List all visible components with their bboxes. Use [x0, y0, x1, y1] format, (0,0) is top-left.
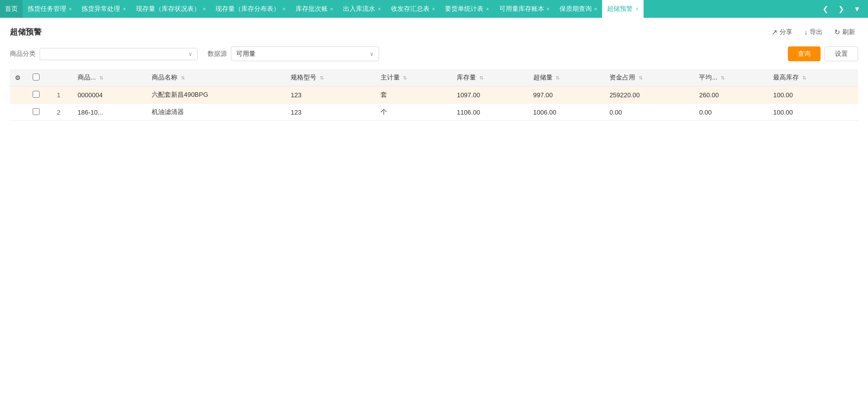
export-icon: ↓ — [804, 28, 808, 36]
th-capital-sort: ⇅ — [639, 75, 643, 80]
th-row-num — [44, 69, 73, 86]
category-select[interactable]: ∨ — [40, 48, 198, 60]
nav-stock-dist-close[interactable]: × — [282, 6, 285, 12]
nav-prev-arrow[interactable]: ❮ — [819, 0, 832, 18]
th-stock[interactable]: 库存量 ⇅ — [452, 69, 528, 86]
row-checkbox-cell[interactable] — [28, 104, 44, 121]
th-spec-sort: ⇅ — [320, 75, 324, 80]
row-stock: 1097.00 — [452, 86, 528, 104]
nav-inout-flow-close[interactable]: × — [378, 6, 381, 12]
row-avg: 260.00 — [694, 86, 768, 104]
page-title: 超储预警 — [10, 27, 42, 38]
th-avg[interactable]: 平均... ⇅ — [694, 69, 768, 86]
nav-order-stats-close[interactable]: × — [486, 6, 489, 12]
nav-inout-flow[interactable]: 出入库流水 × — [338, 0, 386, 18]
nav-recv-summary-label: 收发存汇总表 — [391, 4, 430, 13]
export-button[interactable]: ↓ 导出 — [801, 26, 825, 39]
nav-batch[interactable]: 库存批次账 × — [291, 0, 338, 18]
nav-stock-status[interactable]: 现存量（库存状况表） × — [131, 0, 211, 18]
nav-avail-ledger-label: 可用量库存账本 — [499, 4, 544, 13]
th-capital-label: 资金占用 — [609, 74, 635, 81]
nav-abnormal-label: 拣货异常处理 — [82, 4, 120, 13]
row-checkbox-1[interactable] — [33, 108, 40, 115]
refresh-button[interactable]: ↻ 刷新 — [831, 26, 858, 39]
table-row: 2 186-10... 机油滤清器 123 个 1106.00 1006.00 … — [10, 104, 858, 121]
row-spec: 123 — [286, 104, 376, 121]
row-capital: 0.00 — [605, 104, 694, 121]
filter-row: 商品分类 ∨ 数据源 可用量 ∨ 查询 设置 — [10, 46, 858, 61]
nav-task-mgmt[interactable]: 拣货任务管理 × — [23, 0, 77, 18]
row-product-code: 186-10... — [73, 104, 147, 121]
row-product-name: 机油滤清器 — [147, 104, 286, 121]
nav-abnormal[interactable]: 拣货异常处理 × — [77, 0, 130, 18]
nav-next-arrow[interactable]: ❯ — [834, 0, 848, 18]
settings-button[interactable]: 设置 — [825, 46, 858, 61]
th-overstock[interactable]: 超储量 ⇅ — [528, 69, 605, 86]
th-overstock-label: 超储量 — [533, 74, 553, 81]
nav-stock-status-close[interactable]: × — [203, 6, 206, 12]
table-row: 1 0000004 六配套新昌490BPG 123 套 1097.00 997.… — [10, 86, 858, 104]
th-unit-label: 主计量 — [381, 74, 400, 81]
datasource-filter-item: 数据源 可用量 ∨ — [208, 46, 379, 61]
nav-avail-ledger[interactable]: 可用量库存账本 × — [494, 0, 555, 18]
row-checkbox-0[interactable] — [33, 91, 40, 98]
nav-quality-check[interactable]: 保质期查询 × — [555, 0, 602, 18]
th-product-code[interactable]: 商品... ⇅ — [73, 69, 147, 86]
nav-order-stats[interactable]: 要货单统计表 × — [440, 0, 494, 18]
datasource-chevron-icon: ∨ — [370, 51, 374, 57]
share-icon: ↗ — [772, 28, 778, 36]
row-gear-cell — [10, 104, 28, 121]
nav-stock-dist[interactable]: 现存量（库存分布表） × — [211, 0, 290, 18]
nav-avail-ledger-close[interactable]: × — [547, 6, 550, 12]
table-header-row: ⚙ 商品... ⇅ 商品名称 ⇅ 规格型号 ⇅ — [10, 69, 858, 86]
nav-batch-close[interactable]: × — [330, 6, 333, 12]
nav-stock-dist-label: 现存量（库存分布表） — [216, 4, 280, 13]
th-avg-label: 平均... — [699, 74, 717, 81]
category-label: 商品分类 — [10, 49, 36, 58]
th-product-code-sort: ⇅ — [99, 75, 103, 80]
th-max-stock[interactable]: 最高库存 ⇅ — [768, 69, 858, 86]
row-checkbox-cell[interactable] — [28, 86, 44, 104]
nav-home-label: 首页 — [5, 4, 18, 13]
share-button[interactable]: ↗ 分享 — [769, 26, 795, 39]
nav-overstock-warning[interactable]: 超储预警 × — [602, 0, 643, 18]
th-capital[interactable]: 资金占用 ⇅ — [605, 69, 694, 86]
nav-inout-flow-label: 出入库流水 — [343, 4, 375, 13]
th-product-name-label: 商品名称 — [152, 74, 177, 81]
th-stock-label: 库存量 — [457, 74, 476, 81]
nav-overstock-warning-label: 超储预警 — [607, 4, 633, 13]
nav-recv-summary[interactable]: 收发存汇总表 × — [386, 0, 440, 18]
nav-task-mgmt-close[interactable]: × — [69, 6, 72, 12]
refresh-label: 刷新 — [842, 28, 855, 37]
th-product-name[interactable]: 商品名称 ⇅ — [147, 69, 286, 86]
row-product-name: 六配套新昌490BPG — [147, 86, 286, 104]
query-button[interactable]: 查询 — [788, 46, 821, 61]
refresh-icon: ↻ — [834, 28, 840, 36]
nav-recv-summary-close[interactable]: × — [432, 6, 435, 12]
th-spec-label: 规格型号 — [291, 74, 316, 81]
nav-home[interactable]: 首页 — [0, 0, 23, 18]
nav-quality-check-close[interactable]: × — [594, 6, 597, 12]
th-overstock-sort: ⇅ — [556, 75, 560, 80]
th-checkbox[interactable] — [28, 69, 44, 86]
th-unit-sort: ⇅ — [403, 75, 407, 80]
filter-right-buttons: 查询 设置 — [788, 46, 858, 61]
page-header: 超储预警 ↗ 分享 ↓ 导出 ↻ 刷新 — [10, 26, 858, 39]
table-body: 1 0000004 六配套新昌490BPG 123 套 1097.00 997.… — [10, 86, 858, 121]
nav-overstock-warning-close[interactable]: × — [635, 6, 638, 12]
datasource-select[interactable]: 可用量 ∨ — [231, 46, 379, 61]
th-avg-sort: ⇅ — [721, 75, 725, 80]
th-spec[interactable]: 规格型号 ⇅ — [286, 69, 376, 86]
th-unit[interactable]: 主计量 ⇅ — [376, 69, 452, 86]
row-stock: 1106.00 — [452, 104, 528, 121]
th-gear[interactable]: ⚙ — [10, 69, 28, 86]
nav-abnormal-close[interactable]: × — [123, 6, 126, 12]
row-num: 2 — [44, 104, 73, 121]
gear-icon: ⚙ — [15, 74, 21, 81]
datasource-label: 数据源 — [208, 49, 227, 58]
th-product-code-label: 商品... — [78, 74, 96, 81]
main-content: 超储预警 ↗ 分享 ↓ 导出 ↻ 刷新 商品分类 ∨ 数据源 — [0, 18, 868, 395]
nav-right-corner: ❮ ❯ ▼ — [819, 0, 868, 18]
select-all-checkbox[interactable] — [33, 74, 40, 80]
nav-more-arrow[interactable]: ▼ — [850, 0, 864, 18]
